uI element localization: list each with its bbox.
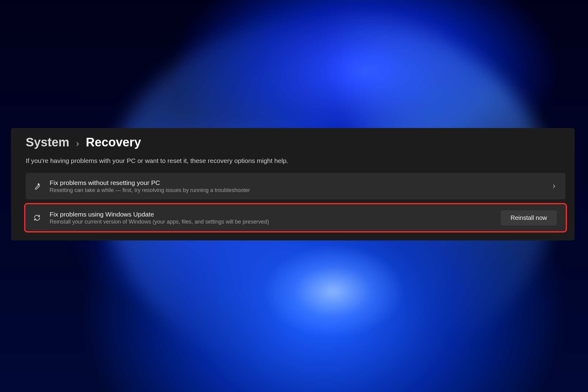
wallpaper-bloom-highlight [235, 227, 431, 356]
chevron-right-icon: › [76, 138, 79, 149]
card-text-group: Fix problems using Windows Update Reinst… [50, 211, 493, 225]
card-title: Fix problems using Windows Update [50, 211, 493, 218]
breadcrumb-parent-system[interactable]: System [26, 135, 69, 149]
page-description: If you're having problems with your PC o… [11, 151, 575, 173]
wrench-icon [32, 182, 42, 191]
reinstall-now-button[interactable]: Reinstall now [501, 210, 557, 225]
sync-icon [32, 213, 42, 222]
card-subtitle: Resetting can take a while — first, try … [50, 187, 543, 194]
fix-with-windows-update-card: Fix problems using Windows Update Reinst… [26, 205, 565, 231]
fix-without-reset-card[interactable]: Fix problems without resetting your PC R… [26, 173, 565, 199]
recovery-options-list: Fix problems without resetting your PC R… [11, 173, 575, 232]
chevron-right-icon [551, 182, 557, 191]
annotation-highlight: Fix problems using Windows Update Reinst… [24, 203, 567, 232]
card-title: Fix problems without resetting your PC [50, 179, 543, 187]
card-text-group: Fix problems without resetting your PC R… [50, 179, 543, 194]
settings-recovery-panel: System › Recovery If you're having probl… [11, 128, 575, 240]
breadcrumb: System › Recovery [11, 132, 575, 151]
breadcrumb-current-recovery: Recovery [86, 135, 141, 149]
card-subtitle: Reinstall your current version of Window… [50, 219, 493, 225]
